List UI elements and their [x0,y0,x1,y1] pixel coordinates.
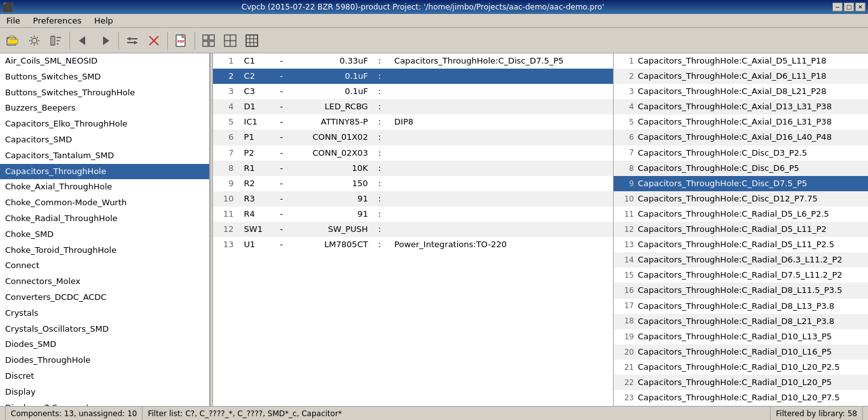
toolbar-separator-3 [167,32,168,50]
library-item-12[interactable]: Choke_Toroid_ThroughHole [0,243,209,259]
open-button[interactable] [3,30,23,51]
svg-rect-16 [209,35,214,40]
library-item-13[interactable]: Connect [0,258,209,274]
component-row-1[interactable]: 2C2-0.1uF: [213,69,613,84]
status-filtered-by: Filtered by library: 58 [771,407,863,420]
footprint-item-3[interactable]: 4Capacitors_ThroughHole:C_Axial_D13_L31_… [614,99,868,114]
main-content: Air_Coils_SML_NEOSIDButtons_Switches_SMD… [0,53,868,406]
svg-rect-17 [203,41,208,46]
svg-rect-1 [10,36,14,37]
library-item-20[interactable]: Discret [0,369,209,384]
footprint-item-23[interactable]: 24Capacitors_ThroughHole:C_Radial_D10_L2… [614,405,868,406]
library-item-15[interactable]: Converters_DCDC_ACDC [0,290,209,306]
component-row-9[interactable]: 10R3-91: [213,191,613,207]
footprint-item-20[interactable]: 21Capacitors_ThroughHole:C_Radial_D10_L2… [614,360,868,375]
svg-text:PDF: PDF [177,39,184,43]
status-filter: Filter list: C?, C_????_*, C_????, SMD*_… [142,407,771,420]
library-item-6[interactable]: Capacitors_Tantalum_SMD [0,148,209,164]
footprint-item-8[interactable]: 9Capacitors_ThroughHole:C_Disc_D7.5_P5 [614,176,868,191]
library-item-7[interactable]: Capacitors_ThroughHole [0,164,209,180]
maximize-button[interactable]: □ [844,3,854,11]
close-button[interactable]: ✕ [855,3,865,11]
footprint-item-4[interactable]: 5Capacitors_ThroughHole:C_Axial_D16_L31_… [614,114,868,130]
title-bar-text: Cvpcb (2015-07-22 BZR 5980)-product Proj… [13,3,832,11]
component-row-4[interactable]: 5IC1-ATTINY85-P:DIP8 [213,114,613,130]
svg-rect-18 [209,41,214,46]
title-bar-buttons: − □ ✕ [832,3,865,11]
forward-button[interactable] [95,30,115,51]
menu-bar: File Preferences Help [0,14,868,28]
library-item-18[interactable]: Diodes_SMD [0,337,209,353]
footprint-item-18[interactable]: 19Capacitors_ThroughHole:C_Radial_D10_L1… [614,329,868,344]
svg-marker-8 [127,37,130,41]
library-item-11[interactable]: Choke_SMD [0,227,209,243]
footprint-item-22[interactable]: 23Capacitors_ThroughHole:C_Radial_D10_L2… [614,390,868,405]
component-row-11[interactable]: 12SW1-SW_PUSH: [213,222,613,237]
pdf-button[interactable]: PDF [171,30,191,51]
library-item-19[interactable]: Diodes_ThroughHole [0,353,209,369]
toolbar: PDF [0,28,868,53]
grid3-button[interactable] [242,30,262,51]
transfer-left-button[interactable] [122,30,142,51]
grid1-button[interactable] [198,30,219,51]
footprint-item-17[interactable]: 18Capacitors_ThroughHole:C_Radial_D8_L21… [614,314,868,329]
footprint-item-15[interactable]: 16Capacitors_ThroughHole:C_Radial_D8_L11… [614,283,868,298]
footprint-item-5[interactable]: 6Capacitors_ThroughHole:C_Axial_D16_L40_… [614,130,868,145]
footprint-item-14[interactable]: 15Capacitors_ThroughHole:C_Radial_D7.5_L… [614,268,868,283]
footprint-item-11[interactable]: 12Capacitors_ThroughHole:C_Radial_D5_L11… [614,222,868,237]
library-item-1[interactable]: Buttons_Switches_SMD [0,69,209,85]
library-item-2[interactable]: Buttons_Switches_ThroughHole [0,85,209,101]
middle-panel: 1C1-0.33uF:Capacitors_ThroughHole:C_Disc… [213,53,614,406]
menu-help[interactable]: Help [90,15,117,27]
footprint-item-12[interactable]: 13Capacitors_ThroughHole:C_Radial_D5_L11… [614,237,868,252]
component-row-3[interactable]: 4D1-LED_RCBG: [213,99,613,114]
library-item-3[interactable]: Buzzers_Beepers [0,100,209,116]
component-row-0[interactable]: 1C1-0.33uF:Capacitors_ThroughHole:C_Disc… [213,53,613,69]
library-item-5[interactable]: Capacitors_SMD [0,132,209,148]
footprint-item-16[interactable]: 17Capacitors_ThroughHole:C_Radial_D8_L13… [614,299,868,314]
footprint-item-0[interactable]: 1Capacitors_ThroughHole:C_Axial_D5_L11_P… [614,53,868,69]
library-item-0[interactable]: Air_Coils_SML_NEOSID [0,53,209,69]
library-item-9[interactable]: Choke_Common-Mode_Wurth [0,195,209,211]
footprint-item-21[interactable]: 22Capacitors_ThroughHole:C_Radial_D10_L2… [614,375,868,390]
filter-button[interactable] [46,30,66,51]
footprint-item-1[interactable]: 2Capacitors_ThroughHole:C_Axial_D6_L11_P… [614,69,868,84]
library-item-10[interactable]: Choke_Radial_ThroughHole [0,211,209,227]
status-bar: Components: 13, unassigned: 10 Filter li… [0,406,868,420]
footprint-item-13[interactable]: 14Capacitors_ThroughHole:C_Radial_D6.3_L… [614,252,868,268]
footprint-item-6[interactable]: 7Capacitors_ThroughHole:C_Disc_D3_P2.5 [614,146,868,161]
toolbar-separator-4 [195,32,195,50]
svg-marker-10 [134,41,137,44]
component-row-6[interactable]: 7P2-CONN_02X03: [213,146,613,161]
library-item-14[interactable]: Connectors_Molex [0,274,209,290]
svg-point-2 [32,38,37,43]
component-row-5[interactable]: 6P1-CONN_01X02: [213,130,613,145]
svg-rect-22 [246,35,258,46]
minimize-button[interactable]: − [832,3,843,11]
back-button[interactable] [73,30,93,51]
component-row-8[interactable]: 9R2-150: [213,176,613,191]
library-item-22[interactable]: Displays_7-Segment [0,400,209,406]
component-row-7[interactable]: 8R1-10K: [213,161,613,176]
delete-button[interactable] [144,30,164,51]
library-item-4[interactable]: Capacitors_Elko_ThroughHole [0,116,209,132]
footprint-item-10[interactable]: 11Capacitors_ThroughHole:C_Radial_D5_L6_… [614,207,868,222]
menu-preferences[interactable]: Preferences [29,15,85,27]
footprint-item-7[interactable]: 8Capacitors_ThroughHole:C_Disc_D6_P5 [614,161,868,176]
svg-marker-6 [103,36,109,45]
grid2-button[interactable] [220,30,240,51]
library-item-17[interactable]: Crystals_Oscillators_SMD [0,322,209,337]
left-panel: Air_Coils_SML_NEOSIDButtons_Switches_SMD… [0,53,210,406]
component-row-10[interactable]: 11R4-91: [213,207,613,222]
footprint-item-9[interactable]: 10Capacitors_ThroughHole:C_Disc_D12_P7.7… [614,191,868,207]
footprint-item-2[interactable]: 3Capacitors_ThroughHole:C_Axial_D8_L21_P… [614,84,868,99]
component-row-12[interactable]: 13U1-LM7805CT:Power_Integrations:TO-220 [213,237,613,252]
status-components: Components: 13, unassigned: 10 [5,407,142,420]
menu-file[interactable]: File [3,15,24,27]
footprint-item-19[interactable]: 20Capacitors_ThroughHole:C_Radial_D10_L1… [614,344,868,360]
settings-button[interactable] [24,30,45,51]
library-item-8[interactable]: Choke_Axial_ThroughHole [0,179,209,195]
component-row-2[interactable]: 3C3-0.1uF: [213,84,613,99]
library-item-21[interactable]: Display [0,384,209,400]
library-item-16[interactable]: Crystals [0,306,209,322]
